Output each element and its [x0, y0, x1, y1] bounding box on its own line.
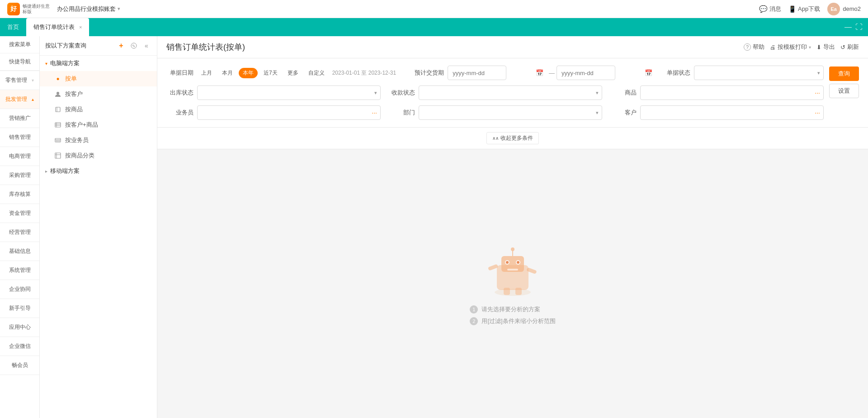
sidebar-search[interactable]: 搜索菜单: [0, 36, 39, 53]
scheme-item-by-customer[interactable]: 按客户: [40, 86, 157, 102]
tab-sales-order-stats[interactable]: 销售订单统计表 ×: [26, 18, 89, 36]
tip-num-2: 2: [470, 317, 478, 325]
date-btn-last-month[interactable]: 上月: [197, 68, 216, 78]
date-btn-this-year[interactable]: 本年: [239, 68, 258, 78]
svg-point-30: [511, 247, 514, 251]
maximize-icon[interactable]: ⛶: [855, 23, 863, 31]
department-select-wrapper: ▾: [419, 105, 602, 120]
scheme-add-button[interactable]: +: [116, 41, 126, 51]
scheme-item-by-salesman[interactable]: 按业务员: [40, 133, 157, 148]
sidebar-item-operation[interactable]: 经营管理: [0, 223, 39, 242]
help-action[interactable]: ? 帮助: [744, 43, 764, 51]
sidebar: 搜索菜单 快捷导航 零售管理 ▾ 批发管理 ▴ 营销推广 销售管理 电商管理 采…: [0, 36, 40, 418]
collapse-more-btn[interactable]: ∧∧ 收起更多条件: [486, 132, 539, 144]
expected-end-input[interactable]: [557, 66, 615, 80]
receipt-status-select[interactable]: [419, 86, 602, 100]
app-download-label: App下载: [798, 5, 820, 13]
by-customer-product-icon: [54, 121, 61, 128]
scheme-item-by-customer-product[interactable]: 按客户+商品: [40, 117, 157, 133]
sidebar-search-label: 搜索菜单: [9, 41, 31, 48]
sidebar-item-marketing[interactable]: 营销推广: [0, 109, 39, 128]
customer-input[interactable]: [640, 105, 824, 120]
date-separator: —: [549, 70, 555, 76]
scheme-collapse-button[interactable]: «: [142, 41, 151, 51]
date-btn-last-7-days[interactable]: 近7天: [259, 68, 282, 78]
sidebar-item-basic[interactable]: 基础信息: [0, 242, 39, 261]
avatar: Ea: [827, 3, 840, 15]
app-download-action[interactable]: 📱 App下载: [788, 5, 820, 13]
empty-tip-2: 2 用[过滤]条件来缩小分析范围: [470, 317, 555, 325]
settings-button[interactable]: 设置: [829, 84, 859, 98]
tab-home-label: 首页: [7, 23, 19, 31]
export-action[interactable]: ⬇ 导出: [816, 43, 835, 51]
expected-start-input[interactable]: [448, 66, 506, 80]
sidebar-item-finance[interactable]: 资金管理: [0, 204, 39, 223]
sidebar-item-ecommerce[interactable]: 电商管理: [0, 147, 39, 166]
by-product-icon: [54, 106, 61, 113]
date-btn-more[interactable]: 更多: [283, 68, 302, 78]
filter-row-3: 业务员 ··· 部门: [166, 105, 824, 120]
scheme-item-by-order-label: 按单: [65, 75, 77, 83]
cal-end-icon: 📅: [645, 69, 652, 76]
top-bar: 好 畅捷通好生意 标版 办公用品行业模拟账套 ▾ 💬 消息 📱 App下载 Ea…: [0, 0, 868, 18]
tab-close-icon[interactable]: ×: [79, 24, 82, 30]
sidebar-item-member[interactable]: 畅会员: [0, 356, 39, 375]
date-btn-this-month[interactable]: 本月: [218, 68, 237, 78]
query-button[interactable]: 查询: [829, 66, 859, 81]
date-range-display: 2023-01-01 至 2023-12-31: [332, 69, 396, 77]
scheme-group-mobile-header[interactable]: ▸ 移动端方案: [40, 163, 157, 179]
page-header-actions: ? 帮助 🖨 按模板打印 ▾ ⬇ 导出 ↺ 刷新: [744, 43, 859, 51]
department-select[interactable]: [419, 105, 602, 120]
filter-customer-item: 客户 ···: [609, 105, 824, 120]
status-select[interactable]: [694, 66, 824, 80]
sidebar-item-appstore[interactable]: 应用中心: [0, 318, 39, 337]
shipment-status-select[interactable]: [197, 86, 381, 100]
date-btn-custom[interactable]: 自定义: [304, 68, 329, 78]
minimize-icon[interactable]: —: [844, 23, 852, 31]
tab-home[interactable]: 首页: [0, 18, 26, 36]
scheme-item-by-category[interactable]: 按商品分类: [40, 148, 157, 163]
logo-area: 好 畅捷通好生意 标版: [7, 3, 50, 15]
svg-rect-14: [55, 153, 61, 158]
sidebar-enterprise-label: 企业协同: [9, 286, 31, 292]
sidebar-wholesale-arrow-icon: ▴: [32, 97, 34, 102]
sidebar-item-wechat[interactable]: 企业微信: [0, 337, 39, 356]
sidebar-quick-nav[interactable]: 快捷导航: [0, 53, 39, 71]
sidebar-item-enterprise[interactable]: 企业协同: [0, 280, 39, 299]
user-area[interactable]: Ea demo2: [827, 3, 861, 15]
scheme-item-by-product[interactable]: 按商品: [40, 102, 157, 117]
workspace-selector[interactable]: 办公用品行业模拟账套 ▾: [53, 3, 124, 15]
refresh-action[interactable]: ↺ 刷新: [840, 43, 859, 51]
svg-point-23: [517, 261, 519, 264]
sidebar-retail-arrow-icon: ▾: [32, 78, 34, 83]
status-filter-label: 单据状态: [663, 69, 690, 77]
scheme-panel-title: 按以下方案查询: [45, 42, 86, 50]
product-input[interactable]: [640, 86, 824, 100]
sidebar-item-retail[interactable]: 零售管理 ▾: [0, 71, 39, 90]
message-icon: 💬: [759, 5, 768, 13]
sidebar-item-inventory[interactable]: 库存核算: [0, 185, 39, 204]
customer-input-wrapper: ···: [640, 105, 824, 120]
template-print-chevron-icon: ▾: [809, 45, 811, 50]
scheme-group-pc: ▾ 电脑端方案 ● 按单 按客户 按商品: [40, 56, 157, 163]
sidebar-item-newbie[interactable]: 新手引导: [0, 299, 39, 318]
sidebar-item-wholesale[interactable]: 批发管理 ▴: [0, 90, 39, 109]
shipment-status-label: 出库状态: [166, 89, 193, 97]
collapse-up-icon: ∧∧: [492, 136, 499, 141]
filter-actions: 查询 设置: [829, 66, 859, 98]
scheme-group-pc-header[interactable]: ▾ 电脑端方案: [40, 56, 157, 71]
template-print-action[interactable]: 🖨 按模板打印 ▾: [770, 43, 811, 51]
customer-filter-label: 客户: [609, 109, 637, 117]
scheme-item-by-order[interactable]: ● 按单: [40, 71, 157, 86]
message-action[interactable]: 💬 消息: [759, 5, 781, 13]
sidebar-basic-label: 基础信息: [9, 248, 31, 254]
sidebar-item-purchase[interactable]: 采购管理: [0, 166, 39, 185]
salesman-filter-label: 业务员: [166, 109, 193, 117]
receipt-status-label: 收款状态: [388, 89, 415, 97]
scheme-edit-button[interactable]: ✎: [129, 41, 139, 51]
sidebar-item-sales[interactable]: 销售管理: [0, 128, 39, 147]
salesman-input[interactable]: [197, 105, 381, 120]
refresh-icon: ↺: [840, 44, 845, 51]
svg-point-2: [57, 92, 59, 95]
sidebar-item-system[interactable]: 系统管理: [0, 261, 39, 280]
